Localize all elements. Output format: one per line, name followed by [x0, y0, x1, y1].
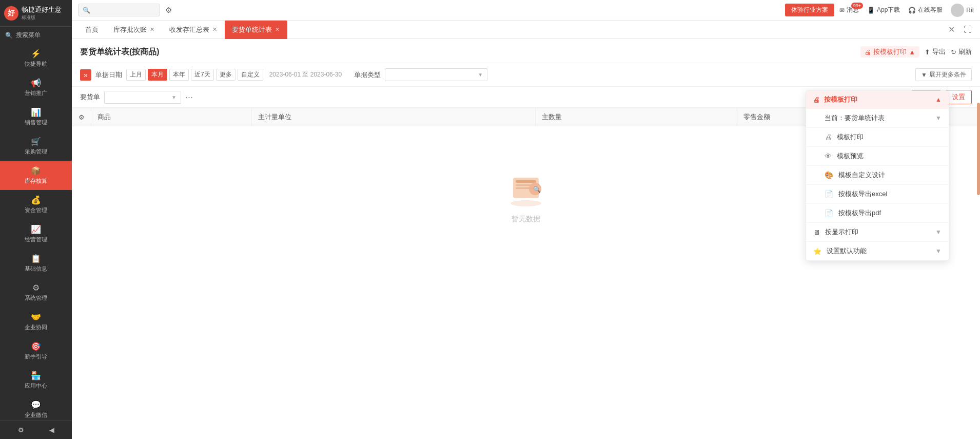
online-service-button[interactable]: 🎧 在线客服 [908, 6, 943, 14]
dropdown-item-template-preview[interactable]: 👁 模板预览 [806, 146, 949, 165]
dropdown-current-item[interactable]: 当前：要货单统计表 ▼ [806, 108, 949, 127]
set-default-arrow: ▼ [935, 247, 942, 255]
template-preview-icon: 👁 [825, 152, 832, 160]
app-download-button[interactable]: 📱 App下载 [867, 6, 900, 14]
sidebar-item-wechat[interactable]: 💬 企业微信 [0, 395, 72, 421]
template-custom-label: 模板自定义设计 [838, 170, 885, 180]
topbar-gear-icon[interactable]: ⚙ [165, 6, 172, 15]
quick-nav-icon: ⚡ [31, 49, 41, 59]
tab-collection-summary[interactable]: 收发存汇总表 ✕ [162, 21, 225, 39]
sidebar-item-sales[interactable]: 📊 销售管理 [0, 102, 72, 131]
report-actions: 🖨 按模板打印 ▲ ⬆ 导出 ↻ 刷新 [860, 46, 972, 58]
sidebar-item-appstore[interactable]: 🏪 应用中心 [0, 366, 72, 395]
collab-icon: 🤝 [31, 312, 41, 322]
filter-bar: » 单据日期 上月 本月 本年 近7天 更多 自定义 2023-06-01 至 … [72, 63, 980, 87]
dropdown-set-default[interactable]: ⭐ 设置默认功能 ▼ [806, 241, 949, 260]
dropdown-item-template-print[interactable]: 🖨 模板打印 [806, 127, 949, 146]
date-range-text: 2023-06-01 至 2023-06-30 [269, 70, 342, 79]
topbar-search[interactable]: 🔍 [78, 4, 160, 16]
print-template-button[interactable]: 🖨 按模板打印 ▲ [860, 46, 919, 58]
sidebar-item-basic[interactable]: 📋 基础信息 [0, 249, 72, 278]
filter-expand-button[interactable]: » [80, 69, 91, 81]
date-buttons: 上月 本月 本年 近7天 更多 自定义 [126, 69, 263, 81]
tab-home[interactable]: 首页 [78, 21, 106, 39]
tab-batch-account[interactable]: 库存批次账 ✕ [106, 21, 162, 39]
search-icon: 🔍 [5, 32, 13, 39]
doc-type-select[interactable]: ▼ [385, 68, 487, 81]
tab-home-label: 首页 [85, 25, 99, 34]
sidebar-item-collab[interactable]: 🤝 企业协同 [0, 307, 72, 336]
operations-label: 经营管理 [25, 236, 47, 243]
wechat-icon: 💬 [31, 400, 41, 410]
date-prev-month[interactable]: 上月 [126, 69, 146, 81]
sidebar-search[interactable]: 🔍 搜索菜单 [0, 27, 72, 44]
tab-maximize-button[interactable]: ⛶ [962, 24, 974, 36]
dropdown-display-print[interactable]: 🖥 按显示打印 ▼ [806, 222, 949, 241]
sidebar-item-finance[interactable]: 💰 资金管理 [0, 190, 72, 219]
messages-button[interactable]: ✉ 消息 99+ [839, 6, 859, 14]
date-filter-label: 单据日期 [95, 70, 122, 80]
topbar-search-text [92, 6, 117, 14]
dropdown-current-arrow: ▼ [935, 114, 942, 122]
table-col-unit: 主计量单位 [252, 108, 536, 126]
service-icon: 🎧 [908, 7, 916, 14]
trial-button[interactable]: 体验行业方案 [785, 4, 834, 16]
refresh-label: 刷新 [958, 47, 972, 56]
set-default-label: 设置默认功能 [827, 246, 867, 256]
system-label: 系统管理 [25, 294, 47, 302]
export-excel-icon: 📄 [825, 190, 833, 198]
right-scrollbar[interactable] [977, 103, 980, 195]
tab-order-stats[interactable]: 要货单统计表 ✕ [225, 21, 287, 39]
goods-type-select[interactable]: ▼ [104, 91, 181, 104]
tab-collection-summary-close[interactable]: ✕ [212, 26, 217, 33]
dropdown-header[interactable]: 🖨 按模板打印 ▲ [806, 91, 949, 108]
tab-batch-account-label: 库存批次账 [113, 25, 147, 34]
sidebar-item-marketing[interactable]: 📢 营销推广 [0, 73, 72, 102]
dropdown-item-export-pdf[interactable]: 📄 按模板导出pdf [806, 203, 949, 222]
sales-icon: 📊 [31, 107, 41, 117]
sidebar-item-operations[interactable]: 📈 经营管理 [0, 219, 72, 249]
basic-icon: 📋 [31, 254, 41, 263]
date-last-7-days[interactable]: 近7天 [191, 69, 214, 81]
export-button[interactable]: ⬆ 导出 [925, 47, 946, 56]
date-current-month[interactable]: 本月 [148, 69, 167, 81]
expand-more-button[interactable]: ▼ 展开更多条件 [915, 68, 972, 81]
table-col-settings[interactable]: ⚙ [72, 108, 91, 126]
avatar-image [951, 4, 964, 17]
sidebar-item-quick-nav[interactable]: ⚡ 快捷导航 [0, 44, 72, 73]
refresh-button[interactable]: ↻ 刷新 [951, 47, 972, 56]
sidebar-item-guide[interactable]: 🎯 新手引导 [0, 336, 72, 366]
date-current-year[interactable]: 本年 [169, 69, 189, 81]
user-name: Rit [966, 7, 974, 14]
tab-batch-account-close[interactable]: ✕ [150, 26, 154, 33]
date-more[interactable]: 更多 [216, 69, 236, 81]
user-avatar[interactable]: Rit [951, 4, 974, 17]
sales-label: 销售管理 [25, 119, 47, 126]
sidebar-item-inventory[interactable]: 📦 库存核算 [0, 161, 72, 190]
tab-order-stats-close[interactable]: ✕ [275, 26, 280, 33]
service-label: 在线客服 [918, 6, 943, 14]
marketing-icon: 📢 [31, 78, 41, 88]
report-title: 要货单统计表(按商品) [80, 47, 160, 58]
dropdown-title: 按模板打印 [824, 95, 857, 104]
messages-badge: 99+ [851, 3, 863, 9]
sidebar-item-purchase[interactable]: 🛒 采购管理 [0, 131, 72, 161]
goods-type-label: 要货单 [80, 92, 100, 102]
page-content: 要货单统计表(按商品) 🖨 按模板打印 ▲ ⬆ 导出 ↻ 刷新 [72, 39, 980, 439]
sidebar-collapse-icon[interactable]: ◀ [49, 426, 54, 434]
topbar: 🔍 ⚙ 体验行业方案 ✉ 消息 99+ 📱 App下载 🎧 在线客服 Rit [72, 0, 980, 21]
dropdown-item-template-custom[interactable]: 🎨 模板自定义设计 [806, 165, 949, 184]
inventory-icon: 📦 [31, 166, 41, 176]
sidebar-item-system[interactable]: ⚙ 系统管理 [0, 278, 72, 307]
export-pdf-icon: 📄 [825, 209, 833, 217]
print-dropdown-arrow: ▲ [909, 48, 915, 56]
dropdown-collapse-icon[interactable]: ▲ [935, 96, 942, 103]
more-options-button[interactable]: ··· [185, 92, 193, 103]
dropdown-item-export-excel[interactable]: 📄 按模板导出excel [806, 184, 949, 203]
sidebar-settings-icon[interactable]: ⚙ [18, 426, 24, 434]
sidebar-bottom: ⚙ ◀ [0, 421, 72, 439]
template-print-icon: 🖨 [825, 133, 832, 141]
date-custom[interactable]: 自定义 [238, 69, 263, 81]
app-name: 畅捷通好生意 [22, 5, 62, 14]
tab-close-all-button[interactable]: ✕ [945, 24, 957, 36]
